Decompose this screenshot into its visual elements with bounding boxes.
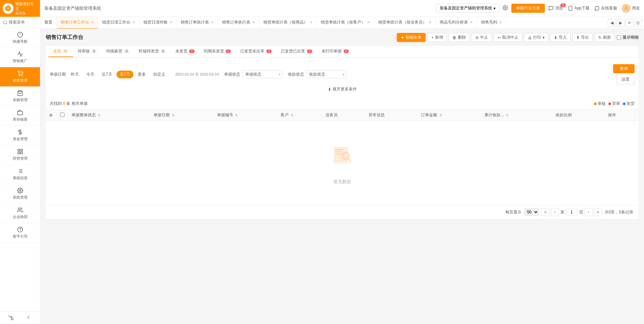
display-detail-checkbox[interactable] xyxy=(617,35,621,40)
sidebar-item-finance[interactable]: 资金管理 xyxy=(0,126,40,145)
page-prev-btn[interactable]: ‹ xyxy=(551,208,559,216)
sort-icon[interactable]: ⇅ xyxy=(439,113,442,117)
delete-btn[interactable]: 🗑 删除 xyxy=(449,33,470,42)
page-first-btn[interactable]: « xyxy=(542,208,550,216)
set-btn[interactable]: 设置 xyxy=(616,75,635,84)
tab-order-stats[interactable]: 销售订单统计表 ✕ xyxy=(177,17,218,29)
cancel-stop-btn[interactable]: ↩ 取消中止 xyxy=(494,33,522,42)
sidebar-item-collab[interactable]: 企业协同 xyxy=(0,204,40,223)
tab-sales-customer[interactable]: 销货单统计表（按客户） ✕ xyxy=(317,17,374,29)
tab-daily-clear[interactable]: 钱货日清工作台 ✕ xyxy=(98,17,139,29)
tab-close-icon[interactable]: ✕ xyxy=(429,21,431,24)
print-btn[interactable]: 🖨 打印 ▾ xyxy=(524,33,548,42)
date-btn-7days[interactable]: 近7天 xyxy=(99,71,115,78)
svg-rect-31 xyxy=(335,149,344,150)
date-btn-month[interactable]: 近1月 xyxy=(117,71,134,78)
page-last-btn[interactable]: » xyxy=(594,208,602,216)
red-dot xyxy=(608,103,611,105)
col-settings[interactable]: ⚙ xyxy=(46,110,56,121)
page-input[interactable] xyxy=(566,209,578,215)
tab-close-icon[interactable]: ✕ xyxy=(170,21,172,24)
sub-tab-shipped-out[interactable]: 已发货已出库 0 xyxy=(276,46,317,57)
online-service-btn[interactable]: 在线客服 xyxy=(594,5,617,11)
sidebar-item-nav[interactable]: 快捷导航 xyxy=(0,28,40,48)
sort-icon[interactable]: ⇅ xyxy=(291,113,293,117)
experience-btn[interactable]: 体验行业方案 xyxy=(511,4,545,13)
per-page-select[interactable]: 50 xyxy=(524,208,539,216)
date-btn-custom[interactable]: 自定义 xyxy=(150,71,168,78)
tabs-expand-btn[interactable]: ⊡ xyxy=(634,19,642,27)
collapse-icon[interactable] xyxy=(26,314,32,321)
refresh-btn[interactable]: ↻ 刷新 xyxy=(595,33,615,42)
table-scroll[interactable]: ⚙ 单据整体状态 ⇅ 单据日期 ⇅ 单据编号 xyxy=(46,110,639,205)
sidebar-item-basic[interactable]: 基础信息 xyxy=(0,165,40,184)
tabs-close-btn[interactable]: ✕ xyxy=(625,19,633,27)
sidebar-item-inventory[interactable]: 库存核算 xyxy=(0,106,40,126)
sub-tab-inspection[interactable]: 待拣验货 0 xyxy=(101,46,134,57)
system-select-btn[interactable]: 装备及固定资产辅助管理系统 ▾ xyxy=(436,4,499,13)
sort-icon[interactable]: ⇅ xyxy=(98,113,100,117)
tab-sales-margin[interactable]: 销售毛利 ✕ xyxy=(477,17,506,29)
sub-tab-all[interactable]: 全部 0 xyxy=(48,46,73,57)
tab-close-icon[interactable]: ✕ xyxy=(132,21,135,24)
sidebar-item-purchase[interactable]: 采购管理 xyxy=(0,87,40,106)
sort-icon[interactable]: ⇅ xyxy=(172,113,174,117)
tab-sales-workbench[interactable]: 销售订单工作台 ✕ xyxy=(57,17,98,29)
sidebar-item-marketing[interactable]: 营销推广 xyxy=(0,48,40,67)
sub-tab-pending[interactable]: 待审核 0 xyxy=(73,46,101,57)
sub-tab-overdue[interactable]: 到期未发货 0 xyxy=(199,46,236,57)
date-btn-yesterday[interactable]: 昨天 xyxy=(68,71,82,78)
message-btn[interactable]: 6 消息 xyxy=(548,5,563,11)
status-select[interactable]: 单据状态 xyxy=(242,70,283,78)
cancel-review-btn[interactable]: 弃审 xyxy=(608,101,620,107)
tab-close-icon[interactable]: ✕ xyxy=(252,21,255,24)
sort-icon[interactable]: ⇅ xyxy=(506,113,509,117)
sub-tab-wangpu[interactable]: 旺铺待发货 0 xyxy=(134,46,171,57)
app-download-btn[interactable]: App下载 xyxy=(568,5,590,11)
tab-reconciliation[interactable]: 钱货日清对账 ✕ xyxy=(139,17,177,29)
sidebar-item-sales[interactable]: 销售管理 xyxy=(0,67,40,87)
sort-icon[interactable]: ⇅ xyxy=(235,113,238,117)
tab-close-icon[interactable]: ✕ xyxy=(211,21,214,24)
tab-close-icon[interactable]: ✕ xyxy=(367,21,370,24)
sub-tab-unprinted[interactable]: 未打印单据 0 xyxy=(317,46,353,57)
tab-sales-product[interactable]: 销货单统计表（按商品） ✕ xyxy=(259,17,317,29)
user-menu[interactable]: 用友 xyxy=(622,4,640,13)
expand-more-btn[interactable]: ⬇ 展开更多条件 xyxy=(50,86,635,92)
date-btn-more[interactable]: 更多 xyxy=(135,71,149,78)
select-all-checkbox[interactable] xyxy=(60,113,65,117)
sidebar-item-operations[interactable]: 经营管理 xyxy=(0,145,40,165)
sidebar-item-guide[interactable]: 新手引导 xyxy=(0,223,40,243)
stop-btn[interactable]: ⊘ 中止 xyxy=(472,33,492,42)
page-next-btn[interactable]: › xyxy=(585,208,593,216)
sidebar-item-search[interactable]: 搜索菜单 xyxy=(0,17,40,28)
display-detail-label[interactable]: 显示明细 xyxy=(622,35,639,40)
export-btn[interactable]: ⬆ 导出 xyxy=(572,33,593,42)
tab-close-icon[interactable]: ✕ xyxy=(499,21,502,24)
ai-generate-btn[interactable]: ✦ 智能生单 xyxy=(397,33,426,42)
settings-icon[interactable] xyxy=(8,314,14,321)
tab-home[interactable]: 首页 xyxy=(40,17,57,29)
tab-sales-staff[interactable]: 销货单统计表（按业务员） ✕ xyxy=(374,17,436,29)
tab-gross-profit[interactable]: 商品毛利分析表 ✕ xyxy=(436,17,477,29)
date-btn-today[interactable]: 今天 xyxy=(83,71,97,78)
import-btn[interactable]: ⬇ 导入 xyxy=(550,33,570,42)
sidebar-item-system[interactable]: 系统管理 xyxy=(0,184,40,204)
data-table: ⚙ 单据整体状态 ⇅ 单据日期 ⇅ 单据编号 xyxy=(46,110,639,205)
sub-tab-unshipped[interactable]: 未发货 0 xyxy=(171,46,199,57)
review-btn[interactable]: 审核 xyxy=(594,101,606,107)
tab-close-icon[interactable]: ✕ xyxy=(91,21,94,24)
empty-state: 暂无数据 xyxy=(46,121,639,205)
tab-close-icon[interactable]: ✕ xyxy=(470,21,473,24)
tab-close-icon[interactable]: ✕ xyxy=(310,21,312,24)
tabs-prev-btn[interactable]: ◀ xyxy=(608,19,616,27)
add-btn[interactable]: + 新增 xyxy=(428,33,447,42)
tabs-next-btn[interactable]: ▶ xyxy=(616,19,625,27)
tab-order-exec[interactable]: 销售订单执行表 ✕ xyxy=(218,17,259,29)
topbar-settings-icon[interactable] xyxy=(503,5,508,11)
ship-btn[interactable]: 发货 xyxy=(623,101,635,107)
query-btn[interactable]: 查询 xyxy=(613,64,635,73)
pay-select[interactable]: 收款状态 xyxy=(306,70,346,78)
col-checkbox[interactable] xyxy=(56,110,68,121)
sub-tab-shipped-not-out[interactable]: 已发货未出库 0 xyxy=(235,46,276,57)
